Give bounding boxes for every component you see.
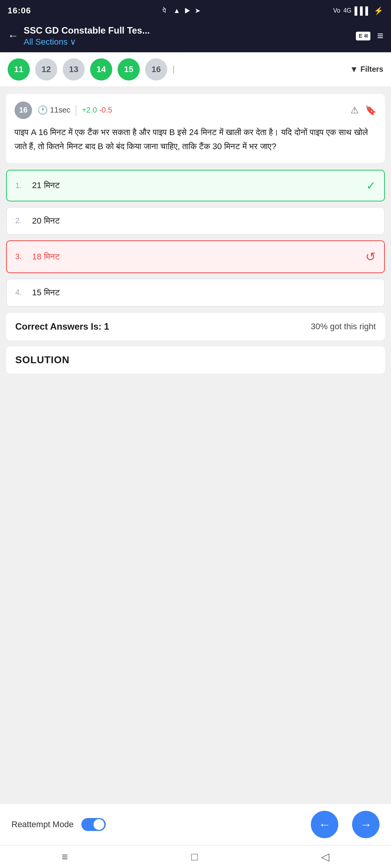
signal-bars-icon: ▌▌▌ (354, 6, 371, 15)
sections-dropdown[interactable]: All Sections ∨ (24, 37, 351, 47)
top-nav: ← SSC GD Constable Full Tes... All Secti… (0, 21, 391, 52)
bottom-bar: Reattempt Mode ← → (0, 804, 391, 845)
reattempt-label: Reattempt Mode (11, 820, 74, 829)
scroll-indicator: | (173, 65, 174, 74)
option-1-text: 21 मिनट (32, 180, 60, 190)
option-3-text: 18 मिनट (32, 252, 60, 262)
prev-question-button[interactable]: ← (311, 811, 338, 838)
android-menu-icon[interactable]: ≡ (61, 851, 68, 863)
warning-icon[interactable]: ⚠ (351, 105, 359, 116)
sections-label: All Sections (24, 37, 68, 47)
timer-block: 🕐 11sec (37, 105, 70, 115)
option-2-num: 2. (15, 216, 26, 225)
solution-section: SOLUTION (6, 346, 385, 374)
chevron-down-icon: ∨ (70, 37, 76, 47)
question-num-13[interactable]: 13 (63, 58, 85, 81)
positive-marks: +2.0 (82, 106, 97, 114)
network-icon: 4G (343, 7, 351, 14)
next-arrow-icon: → (360, 818, 372, 832)
option-3-left: 3. 18 मिनट (15, 252, 60, 262)
signal-icon: Vo (333, 7, 340, 14)
wrong-retry-icon: ↺ (365, 250, 376, 264)
question-num-14[interactable]: 14 (90, 58, 112, 81)
question-meta: 16 🕐 11sec +2.0 -0.5 ⚠ 🔖 (15, 101, 376, 119)
reattempt-toggle[interactable] (81, 818, 106, 831)
option-3-num: 3. (15, 252, 26, 261)
option-4-left: 4. 15 मिनट (15, 288, 60, 298)
question-number-badge: 16 (15, 101, 32, 119)
meta-divider (76, 105, 76, 116)
answer-row: Correct Answers Is: 1 30% got this right (6, 313, 385, 340)
question-text: पाइप A 16 मिनट में एक टैंक भर सकता है और… (15, 125, 376, 154)
test-title: SSC GD Constable Full Tes... (24, 25, 351, 36)
nav-title-block: SSC GD Constable Full Tes... All Section… (24, 25, 351, 47)
marks-block: +2.0 -0.5 (82, 106, 112, 114)
option-2-left: 2. 20 मिनट (15, 216, 60, 226)
next-question-button[interactable]: → (352, 811, 380, 838)
filter-icon: ▼ (350, 64, 358, 74)
solution-label: SOLUTION (15, 354, 376, 366)
bookmark-icon[interactable]: 🔖 (365, 105, 376, 116)
option-1-num: 1. (15, 181, 26, 190)
nav-icons: E अ ≡ (356, 30, 383, 42)
android-nav-bar: ≡ □ ◁ (0, 845, 391, 868)
status-right-icons: Vo 4G ▌▌▌ ⚡ (333, 6, 383, 15)
timer-icon: 🕐 (37, 105, 48, 115)
filters-label: Filters (360, 65, 383, 74)
menu-button[interactable]: ≡ (377, 30, 383, 42)
negative-marks: -0.5 (99, 106, 112, 114)
correct-checkmark-icon: ✓ (366, 179, 376, 192)
option-4-num: 4. (15, 288, 26, 297)
option-3[interactable]: 3. 18 मिनट ↺ (6, 240, 385, 273)
question-num-15[interactable]: 15 (118, 58, 140, 81)
status-time: 16:06 (8, 6, 31, 16)
options-section: 1. 21 मिनट ✓ 2. 20 मिनट 3. 18 मिनट ↺ 4. … (6, 170, 385, 307)
option-1-left: 1. 21 मिनट (15, 180, 60, 190)
filters-button[interactable]: ▼ Filters (350, 64, 383, 74)
option-2[interactable]: 2. 20 मिनट (6, 207, 385, 235)
question-time: 11sec (50, 106, 70, 114)
status-indicators: पे ▲ ▶ ➤ (163, 6, 202, 15)
toggle-knob (94, 819, 104, 830)
option-1[interactable]: 1. 21 मिनट ✓ (6, 170, 385, 201)
status-bar: 16:06 पे ▲ ▶ ➤ Vo 4G ▌▌▌ ⚡ (0, 0, 391, 21)
question-num-11[interactable]: 11 (8, 58, 30, 81)
back-button[interactable]: ← (8, 30, 18, 42)
android-home-icon[interactable]: □ (191, 851, 198, 863)
question-card: 16 🕐 11sec +2.0 -0.5 ⚠ 🔖 पाइप A 16 मिनट … (6, 94, 385, 163)
meta-right-icons: ⚠ 🔖 (351, 105, 376, 116)
option-4-text: 15 मिनट (32, 288, 60, 298)
android-back-icon[interactable]: ◁ (321, 850, 330, 863)
option-4[interactable]: 4. 15 मिनट (6, 279, 385, 307)
option-2-text: 20 मिनट (32, 216, 60, 226)
question-number-nav: 11 12 13 14 15 16 | ▼ Filters (0, 52, 391, 87)
correct-answer-label: Correct Answers Is: 1 (15, 321, 109, 332)
prev-arrow-icon: ← (318, 818, 331, 832)
question-num-12[interactable]: 12 (35, 58, 57, 81)
language-toggle[interactable]: E अ (356, 32, 370, 40)
question-num-16[interactable]: 16 (145, 58, 167, 81)
battery-icon: ⚡ (374, 6, 383, 15)
got-right-text: 30% got this right (311, 322, 376, 332)
